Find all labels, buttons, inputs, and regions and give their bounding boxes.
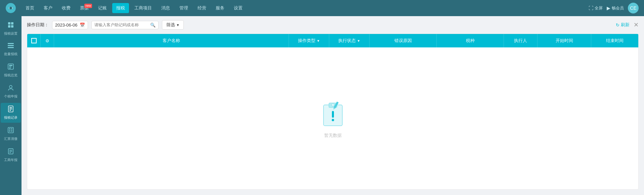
svg-rect-6 xyxy=(8,43,14,44)
svg-rect-20 xyxy=(11,128,12,129)
th-error-reason: 错误原因 xyxy=(370,34,437,47)
refresh-label: 刷新 xyxy=(621,22,630,28)
th-execution-status: 执行状态 ▼ xyxy=(329,34,370,47)
nav-item-messages[interactable]: 消息 xyxy=(157,3,174,13)
app-logo[interactable] xyxy=(5,3,16,13)
nav-item-accounting[interactable]: 记账 xyxy=(94,3,111,13)
sidebar-item-tax-settings[interactable]: 报税设置 xyxy=(1,19,21,39)
select-all-checkbox[interactable] xyxy=(31,38,37,43)
sidebar-label-tax-records: 报税记录 xyxy=(4,115,17,120)
sidebar: 报税设置 批量报税 报税总览 xyxy=(0,16,22,195)
calendar-icon: 📅 xyxy=(80,23,85,28)
toolbar-right: ↻ 刷新 ✕ xyxy=(616,22,639,28)
nav-item-invoice[interactable]: 票据 new xyxy=(76,3,93,13)
invoice-badge: new xyxy=(84,4,92,8)
search-box: 🔍 xyxy=(91,21,159,29)
th-executor: 执行人 xyxy=(504,34,538,47)
top-nav-right: ⛶ 全屏 ▶ 畅会员 CE xyxy=(589,3,639,13)
filter-icon-op[interactable]: ▼ xyxy=(317,39,320,43)
toolbar: 操作日期： 2023-06-06 📅 🔍 筛选 ▼ ↻ 刷新 ✕ xyxy=(22,16,644,34)
sidebar-label-annual-calc: 汇算清缴 xyxy=(4,136,17,141)
annual-calc-icon xyxy=(7,127,14,135)
sidebar-item-individual-tax[interactable]: 个税申报 xyxy=(1,82,21,102)
search-icon: 🔍 xyxy=(150,23,156,28)
tax-settings-icon xyxy=(7,22,14,30)
th-checkbox[interactable] xyxy=(27,34,41,47)
th-customer-name: 客户名称 xyxy=(54,34,289,47)
th-operation-type: 操作类型 ▼ xyxy=(289,34,329,47)
svg-rect-26 xyxy=(9,152,11,153)
sidebar-label-tax-overview: 报税总览 xyxy=(4,73,17,78)
search-input[interactable] xyxy=(94,23,148,27)
fullscreen-icon: ⛶ xyxy=(589,5,593,11)
svg-rect-22 xyxy=(11,130,12,131)
individual-tax-icon xyxy=(7,84,14,93)
svg-rect-21 xyxy=(9,130,10,131)
sidebar-item-batch-tax[interactable]: 批量报税 xyxy=(1,40,21,59)
svg-rect-2 xyxy=(8,22,10,25)
filter-button[interactable]: 筛选 ▼ xyxy=(162,20,184,30)
th-end-time: 结束时间 xyxy=(591,34,638,47)
svg-rect-4 xyxy=(8,25,10,28)
filter-chevron-icon: ▼ xyxy=(176,23,180,27)
tax-records-icon xyxy=(8,106,14,114)
table-header: ⚙ 客户名称 操作类型 ▼ 执行状态 ▼ 错误原因 税种 xyxy=(27,34,638,47)
nav-item-home[interactable]: 首页 xyxy=(22,3,38,13)
nav-item-service[interactable]: 服务 xyxy=(212,3,228,13)
th-tax-type: 税种 xyxy=(437,34,504,47)
svg-rect-18 xyxy=(8,127,13,133)
filter-label: 筛选 xyxy=(166,22,175,28)
refresh-button[interactable]: ↻ 刷新 xyxy=(616,22,630,28)
date-value: 2023-06-06 xyxy=(55,23,78,28)
empty-state: 暂无数据 xyxy=(319,98,346,139)
sidebar-item-annual-calc[interactable]: 汇算清缴 xyxy=(1,124,21,144)
svg-rect-19 xyxy=(9,128,10,129)
nav-item-settings[interactable]: 设置 xyxy=(230,3,247,13)
nav-item-operation[interactable]: 经营 xyxy=(194,3,210,13)
empty-text: 暂无数据 xyxy=(324,132,342,139)
nav-item-billing[interactable]: 收费 xyxy=(58,3,75,13)
svg-rect-16 xyxy=(9,109,12,109)
svg-rect-32 xyxy=(332,111,334,118)
batch-tax-icon xyxy=(7,43,14,50)
sidebar-label-annual-report: 工商年报 xyxy=(4,158,17,162)
svg-rect-5 xyxy=(11,25,13,28)
svg-rect-17 xyxy=(9,110,11,111)
svg-point-1 xyxy=(9,7,12,9)
nav-item-customer[interactable]: 客户 xyxy=(40,3,56,13)
date-input[interactable]: 2023-06-06 📅 xyxy=(52,21,88,29)
nav-item-tax[interactable]: 报税 xyxy=(112,3,129,13)
svg-rect-24 xyxy=(9,150,12,151)
main-content: 操作日期： 2023-06-06 📅 🔍 筛选 ▼ ↻ 刷新 ✕ xyxy=(22,16,644,195)
filter-icon-status[interactable]: ▼ xyxy=(357,39,360,43)
close-button[interactable]: ✕ xyxy=(634,22,639,28)
sidebar-item-annual-report[interactable]: 工商年报 xyxy=(1,145,21,165)
main-layout: 报税设置 批量报税 报税总览 xyxy=(0,16,644,195)
th-start-time: 开始时间 xyxy=(538,34,591,47)
sidebar-item-tax-records[interactable]: 报税记录 xyxy=(1,103,21,123)
table-container: ⚙ 客户名称 操作类型 ▼ 执行状态 ▼ 错误原因 税种 xyxy=(27,34,639,190)
sidebar-item-tax-overview[interactable]: 报税总览 xyxy=(1,61,21,80)
svg-rect-15 xyxy=(9,107,12,108)
sidebar-label-tax-settings: 报税设置 xyxy=(4,31,17,36)
svg-point-13 xyxy=(9,85,12,88)
svg-point-31 xyxy=(332,104,334,106)
svg-rect-12 xyxy=(9,68,11,69)
avatar[interactable]: CE xyxy=(628,3,639,13)
tax-overview-icon xyxy=(7,63,14,72)
member-button[interactable]: ▶ 畅会员 xyxy=(607,5,624,11)
nav-item-manage[interactable]: 管理 xyxy=(175,3,192,13)
svg-rect-3 xyxy=(11,22,13,25)
svg-rect-10 xyxy=(9,65,12,66)
svg-rect-8 xyxy=(8,47,14,48)
fullscreen-button[interactable]: ⛶ 全屏 xyxy=(589,5,603,11)
nav-item-business[interactable]: 工商项目 xyxy=(130,3,156,13)
th-settings: ⚙ xyxy=(41,34,54,47)
refresh-icon: ↻ xyxy=(616,23,619,28)
table-body: 暂无数据 xyxy=(27,47,638,189)
svg-point-33 xyxy=(332,119,334,121)
top-navigation: 首页 客户 收费 票据 new 记账 报税 工商项目 消息 管理 经营 服务 设… xyxy=(0,0,644,16)
settings-col-icon: ⚙ xyxy=(45,38,49,43)
sidebar-label-batch-tax: 批量报税 xyxy=(4,52,17,56)
svg-rect-11 xyxy=(9,67,11,67)
